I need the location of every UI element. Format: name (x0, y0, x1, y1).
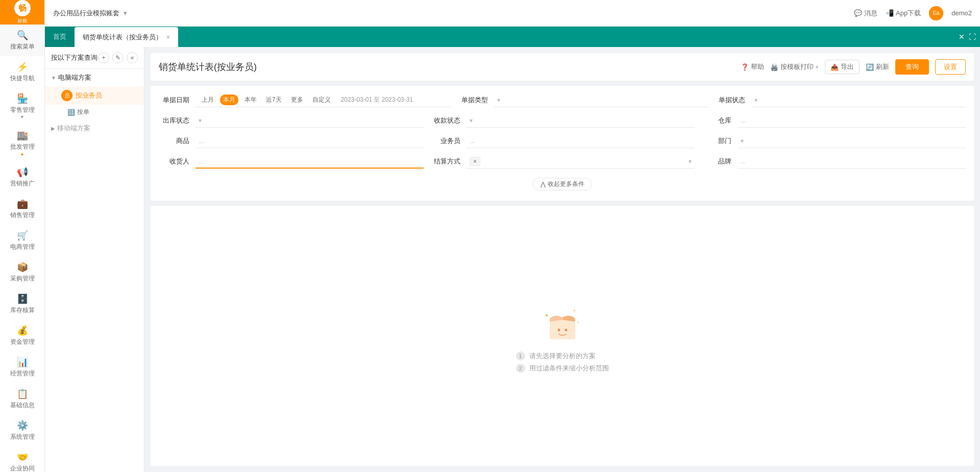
doc-type-filter[interactable]: ▾ (494, 93, 708, 107)
sidebar-item-ops[interactable]: 📊 经营管理 (0, 351, 44, 383)
goods-more[interactable]: ... (199, 137, 204, 145)
warehouse-more[interactable]: ... (741, 116, 746, 124)
date-tab-more[interactable]: 更多 (288, 95, 306, 105)
consignee-filter[interactable]: ... (195, 154, 424, 169)
scheme-collapse-button[interactable]: « (127, 52, 138, 63)
sidebar-item-inventory[interactable]: 🗄️ 库存核算 (0, 288, 44, 320)
app-download-action[interactable]: 📲 App下载 (886, 9, 921, 18)
consignee-label: 收货人 (159, 157, 189, 166)
export-icon: 📤 (830, 63, 839, 71)
sidebar-system-label: 系统管理 (10, 433, 35, 441)
brand-filter[interactable]: ... (738, 154, 966, 169)
date-tab-lastmonth[interactable]: 上月 (199, 95, 217, 105)
sidebar-item-sales[interactable]: 💼 销售管理 (0, 193, 44, 225)
sidebar-item-retail[interactable]: 🏪 零售管理 ▼ (0, 88, 44, 125)
warehouse-filter[interactable]: ... (738, 113, 966, 128)
tab-close-icon[interactable]: × (166, 34, 170, 41)
ops-icon: 📊 (17, 357, 28, 368)
help-action[interactable]: ❓ 帮助 (741, 62, 764, 72)
system-icon: ⚙️ (17, 420, 28, 431)
home-tab-label: 首页 (53, 32, 66, 41)
sidebar-item-system[interactable]: ⚙️ 系统管理 (0, 415, 44, 446)
sidebar-item-basic[interactable]: 📋 基础信息 (0, 383, 44, 415)
svg-text:✦: ✦ (576, 321, 579, 324)
sidebar-item-quicknav[interactable]: ⚡ 快捷导航 (0, 56, 44, 88)
sidebar-item-finance[interactable]: 💰 资金管理 (0, 320, 44, 351)
user-avatar[interactable] (929, 6, 943, 20)
byorder-label: 按单 (77, 108, 89, 116)
tab-bar-controls: ✕ ⛶ (959, 33, 980, 41)
payment-tag[interactable]: × (470, 157, 480, 166)
scheme-group-mobile-header[interactable]: ▶ 移动端方案 (45, 120, 144, 137)
query-button[interactable]: 查询 (895, 59, 929, 75)
warehouse-label: 仓库 (701, 116, 731, 125)
collect-status-dropdown-icon[interactable]: ▾ (470, 117, 473, 124)
message-action[interactable]: 💬 消息 (854, 9, 877, 18)
logo[interactable]: 畅 标账 (0, 0, 44, 25)
sidebar-item-purchase[interactable]: 📦 采购管理 (0, 256, 44, 288)
dept-dropdown-icon[interactable]: ▾ (741, 137, 744, 145)
dept-filter[interactable]: ▾ (738, 134, 966, 148)
sidebar-inventory-label: 库存核算 (10, 306, 35, 315)
date-tab-7days[interactable]: 近7天 (263, 95, 285, 105)
date-tab-thismonth[interactable]: 本月 (220, 95, 238, 105)
payment-tag-x[interactable]: × (473, 158, 477, 165)
doc-type-dropdown-icon[interactable]: ▾ (497, 97, 500, 104)
brand-more[interactable]: ... (741, 157, 746, 165)
doc-type-label: 单据类型 (457, 96, 488, 105)
date-tab-thisyear[interactable]: 本年 (241, 95, 260, 105)
out-status-filter[interactable]: ▾ (195, 113, 424, 128)
sidebar-item-ecommerce[interactable]: 🛒 电商管理 (0, 225, 44, 256)
salesman-more[interactable]: ... (470, 137, 475, 145)
tab-expand-icon[interactable]: ⛶ (969, 33, 976, 41)
scheme-group-desktop-header[interactable]: ▼ 电脑端方案 (45, 69, 144, 86)
payment-dropdown-icon[interactable]: ▾ (689, 158, 692, 165)
user-name[interactable]: demo2 (951, 9, 972, 17)
refresh-action[interactable]: 🔄 刷新 (866, 62, 889, 72)
print-action[interactable]: 🖨️ 按模板打印 ▾ (770, 62, 819, 72)
scheme-add-button[interactable]: + (98, 52, 109, 63)
out-status-dropdown-icon[interactable]: ▾ (199, 117, 202, 124)
filter-section: 单据日期 上月 本月 本年 近7天 更多 自定义 2023-03-01 至 20… (151, 86, 974, 201)
left-panel-actions: + ✎ « (98, 52, 138, 63)
scheme-edit-button[interactable]: ✎ (112, 52, 124, 63)
enterprise-icon: 🤝 (17, 452, 28, 463)
scheme-item-byorder[interactable]: 🔢 按单 (45, 105, 144, 120)
print-dropdown-icon[interactable]: ▾ (816, 64, 819, 70)
scheme-item-salesman[interactable]: 员 按业务员 (45, 86, 144, 105)
sidebar-purchase-label: 采购管理 (10, 274, 35, 283)
wholesale-icon: 🏬 (17, 130, 28, 141)
byorder-icon: 🔢 (67, 109, 75, 116)
inventory-icon: 🗄️ (17, 293, 28, 304)
date-tab-custom[interactable]: 自定义 (309, 95, 334, 105)
download-icon: 📲 (886, 9, 894, 17)
collect-status-label: 收款状态 (430, 116, 460, 125)
sidebar-finance-label: 资金管理 (10, 338, 35, 346)
setting-button[interactable]: 设置 (935, 59, 966, 75)
app-title-dropdown[interactable]: ▾ (124, 9, 127, 17)
filter-row-2: 出库状态 ▾ 收款状态 ▾ 仓库 ... (159, 113, 966, 128)
collapse-button[interactable]: ⋀ 收起更多条件 (533, 178, 592, 191)
logo-text: 畅 (18, 3, 27, 14)
mobile-scheme-label: 移动端方案 (57, 124, 90, 133)
goods-filter[interactable]: ... (195, 134, 424, 148)
sidebar-item-wholesale[interactable]: 🏬 批发管理 ▲ (0, 125, 44, 161)
tab-home[interactable]: 首页 (45, 27, 75, 47)
salesman-filter[interactable]: ... (467, 134, 695, 148)
page-actions: ❓ 帮助 🖨️ 按模板打印 ▾ 📤 导出 🔄 刷新 (741, 59, 966, 75)
tab-close-all-icon[interactable]: ✕ (959, 33, 965, 41)
sidebar-search-label: 搜索菜单 (10, 42, 35, 51)
export-action[interactable]: 📤 导出 (825, 60, 860, 74)
consignee-more[interactable]: ... (199, 157, 204, 165)
brand-label: 品牌 (701, 157, 731, 166)
tab-sales-stat[interactable]: 销货单统计表（按业务员） × (75, 27, 178, 48)
doc-status-dropdown-icon[interactable]: ▾ (754, 97, 757, 104)
doc-status-filter[interactable]: ▾ (751, 93, 966, 107)
filter-row-4: 收货人 ... 结算方式 × ▾ 品牌 ... (159, 154, 966, 169)
sidebar-item-search[interactable]: 🔍 搜索菜单 (0, 25, 44, 56)
collect-status-filter[interactable]: ▾ (467, 113, 695, 128)
top-header: 办公用品行业模拟账套 ▾ 💬 消息 📲 App下载 demo2 (45, 0, 980, 27)
sidebar-item-marketing[interactable]: 📢 营销推广 (0, 161, 44, 193)
sidebar-item-enterprise[interactable]: 🤝 企业协同 (0, 446, 44, 472)
svg-point-4 (565, 328, 567, 331)
